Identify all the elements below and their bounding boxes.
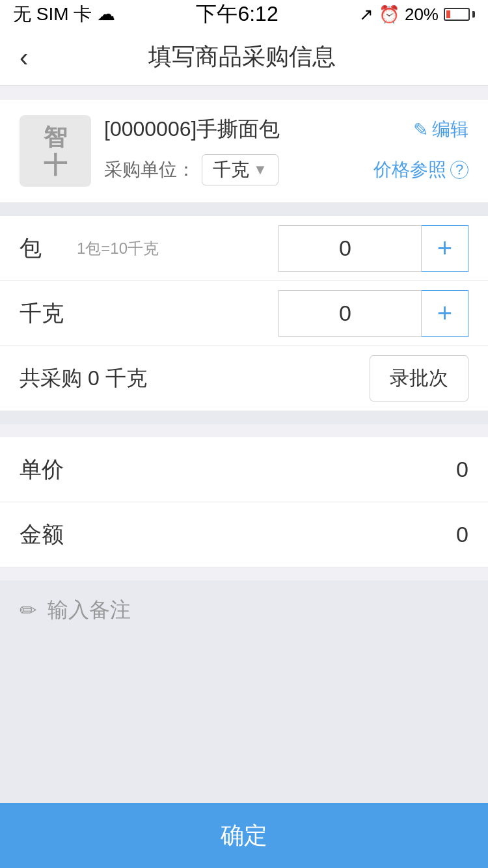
edit-icon: ✎ [413, 119, 428, 141]
total-amount: 0 [88, 366, 105, 390]
product-info: [0000006]手撕面包 ✎ 编辑 采购单位： 千克 ▼ 价格参照 ? [104, 115, 468, 185]
product-name-row: [0000006]手撕面包 ✎ 编辑 [104, 115, 468, 144]
logo-line1: 智 [44, 123, 67, 151]
status-bar: 无 SIM 卡 ☁ 下午6:12 ↗ ⏰ 20% [0, 0, 488, 29]
record-batch-button[interactable]: 录批次 [370, 355, 468, 401]
remark-placeholder: 输入备注 [47, 596, 131, 625]
kg-label: 千克 [20, 299, 72, 329]
section-separator-1 [0, 203, 488, 216]
price-reference-button[interactable]: 价格参照 ? [373, 157, 468, 182]
status-bar-time: 下午6:12 [196, 0, 278, 29]
unit-select[interactable]: 千克 ▼ [202, 154, 278, 185]
page-title: 填写商品采购信息 [41, 41, 442, 73]
unit-price-row: 单价 0 [0, 437, 488, 502]
kg-input[interactable] [278, 290, 422, 337]
confirm-button[interactable]: 确定 [0, 803, 488, 868]
product-logo: 智 十 [44, 123, 67, 179]
battery-percent: 20% [405, 5, 439, 25]
bao-label: 包 [20, 234, 72, 264]
total-prefix: 共采购 [20, 366, 88, 390]
amount-label: 金额 [20, 520, 456, 550]
bao-plus-button[interactable]: + [422, 225, 468, 272]
status-bar-right: ↗ ⏰ 20% [359, 5, 475, 25]
amount-row: 金额 0 [0, 502, 488, 567]
battery-indicator [444, 8, 475, 21]
total-row: 共采购 0 千克 录批次 [0, 346, 488, 411]
edit-label: 编辑 [432, 117, 468, 142]
bao-input-control: + [278, 225, 468, 272]
location-icon: ↗ [359, 5, 373, 25]
amount-value: 0 [456, 522, 468, 547]
unit-value: 千克 [213, 157, 249, 182]
total-text: 共采购 0 千克 [20, 364, 370, 393]
main-spacer [0, 640, 488, 803]
price-section: 单价 0 金额 0 [0, 437, 488, 567]
kg-plus-button[interactable]: + [422, 290, 468, 337]
total-unit: 千克 [105, 366, 147, 390]
bao-input[interactable] [278, 225, 422, 272]
pencil-icon: ✏ [20, 598, 37, 623]
kg-input-control: + [278, 290, 468, 337]
section-separator-2 [0, 411, 488, 424]
edit-button[interactable]: ✎ 编辑 [413, 117, 468, 142]
alarm-icon: ⏰ [379, 5, 400, 25]
product-image: 智 十 [20, 115, 91, 187]
price-ref-label: 价格参照 [373, 157, 446, 182]
back-button[interactable]: ‹ [20, 44, 28, 70]
logo-line2: 十 [44, 151, 67, 179]
unit-label: 采购单位： [104, 157, 195, 182]
nav-bar: ‹ 填写商品采购信息 [0, 29, 488, 86]
kg-input-row: 千克 + [0, 281, 488, 346]
purchase-unit-row: 采购单位： 千克 ▼ 价格参照 ? [104, 154, 468, 185]
product-name: [0000006]手撕面包 [104, 115, 280, 144]
sim-status: 无 SIM 卡 ☁ [13, 2, 115, 27]
product-card: 智 十 [0000006]手撕面包 ✎ 编辑 采购单位： 千克 ▼ [0, 99, 488, 203]
chevron-down-icon: ▼ [253, 161, 267, 178]
unit-price-value: 0 [456, 457, 468, 482]
input-section: 包 1包=10千克 + 千克 + [0, 216, 488, 346]
bao-sublabel: 1包=10千克 [77, 238, 159, 259]
unit-price-label: 单价 [20, 455, 456, 485]
info-icon: ? [450, 161, 468, 179]
bao-input-row: 包 1包=10千克 + [0, 216, 488, 281]
remark-section[interactable]: ✏ 输入备注 [0, 580, 488, 640]
status-bar-left: 无 SIM 卡 ☁ [13, 2, 115, 27]
